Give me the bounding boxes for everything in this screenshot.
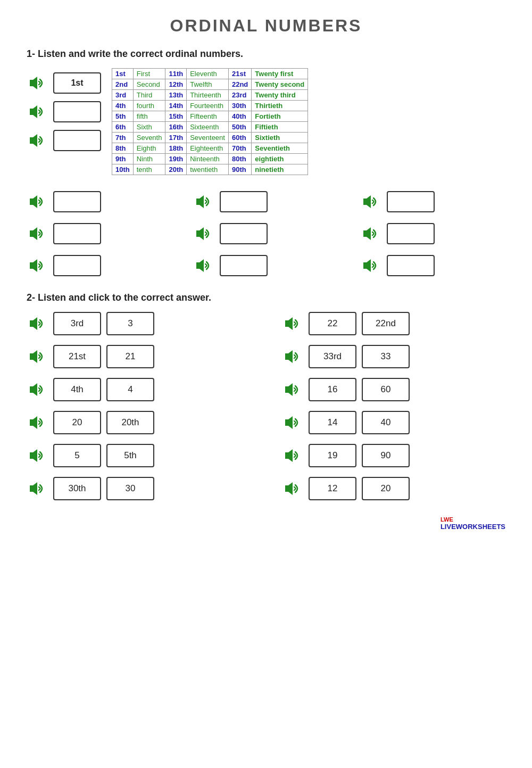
grid-speaker-8[interactable] — [193, 256, 214, 275]
sec2-speaker-left-5[interactable] — [27, 446, 48, 465]
sec2-speaker-right-2[interactable] — [282, 347, 303, 366]
sec2-left-b-1[interactable]: 3 — [106, 312, 154, 335]
sec2-left-row-5: 55th — [27, 444, 250, 467]
sec2-left-row-2: 21st21 — [27, 345, 250, 368]
sec2-left-a-6[interactable]: 30th — [53, 477, 101, 500]
sec2-speaker-left-6[interactable] — [27, 479, 48, 498]
sec2-right-a-2[interactable]: 33rd — [309, 345, 356, 368]
section1-top: 1st 1stFirst11thEleventh21stTwenty first… — [27, 68, 505, 175]
lw-logo-red: LWELIVEWORKSHEETS — [440, 516, 505, 531]
sec2-right-row-1: 2222nd — [282, 312, 505, 335]
input-box-3[interactable] — [53, 130, 101, 151]
grid-input-3[interactable] — [387, 191, 435, 212]
sec2-left-row-3: 4th4 — [27, 378, 250, 401]
section1-label: 1- Listen and write the correct ordinal … — [27, 48, 505, 60]
sec2-left-b-4[interactable]: 20th — [106, 411, 154, 434]
reference-table: 1stFirst11thEleventh21stTwenty first2ndS… — [112, 68, 308, 175]
speaker-2[interactable] — [27, 102, 48, 121]
sec2-speaker-right-3[interactable] — [282, 380, 303, 399]
grid-input-9[interactable] — [387, 255, 435, 276]
sec2-right-b-5[interactable]: 90 — [362, 444, 410, 467]
grid-listen-row-2 — [193, 191, 338, 212]
sec2-left-b-3[interactable]: 4 — [106, 378, 154, 401]
sec2-right-row-3: 1660 — [282, 378, 505, 401]
sec2-left-b-5[interactable]: 5th — [106, 444, 154, 467]
sec2-speaker-left-3[interactable] — [27, 380, 48, 399]
sec2-left-b-2[interactable]: 21 — [106, 345, 154, 368]
sec2-speaker-right-6[interactable] — [282, 479, 303, 498]
sec2-right-row-5: 1990 — [282, 444, 505, 467]
grid-input-1[interactable] — [53, 191, 101, 212]
section1-grid — [27, 191, 505, 276]
sec2-right-b-6[interactable]: 20 — [362, 477, 410, 500]
sec2-speaker-left-1[interactable] — [27, 314, 48, 333]
sec2-right-b-4[interactable]: 40 — [362, 411, 410, 434]
grid-listen-row-3 — [360, 191, 505, 212]
sec2-right-b-2[interactable]: 33 — [362, 345, 410, 368]
sec2-right-row-4: 1440 — [282, 411, 505, 434]
grid-input-2[interactable] — [220, 191, 268, 212]
sec2-left-b-6[interactable]: 30 — [106, 477, 154, 500]
grid-speaker-4[interactable] — [27, 224, 48, 243]
sec2-speaker-right-1[interactable] — [282, 314, 303, 333]
sec2-left-row-4: 2020th — [27, 411, 250, 434]
grid-input-6[interactable] — [387, 223, 435, 244]
sec2-right-a-3[interactable]: 16 — [309, 378, 356, 401]
grid-speaker-9[interactable] — [360, 256, 381, 275]
grid-listen-row-7 — [27, 255, 172, 276]
grid-listen-row-9 — [360, 255, 505, 276]
section2-grid: 3rd32222nd21st2133rd334th416602020th1440… — [27, 312, 505, 500]
listen-row-3 — [27, 130, 101, 151]
sec2-right-a-5[interactable]: 19 — [309, 444, 356, 467]
grid-listen-row-6 — [360, 223, 505, 244]
sec2-right-b-3[interactable]: 60 — [362, 378, 410, 401]
sec2-left-a-2[interactable]: 21st — [53, 345, 101, 368]
grid-speaker-6[interactable] — [360, 224, 381, 243]
sec2-left-a-1[interactable]: 3rd — [53, 312, 101, 335]
sec2-speaker-right-4[interactable] — [282, 413, 303, 432]
grid-speaker-2[interactable] — [193, 192, 214, 211]
lw-logo-blue: LIVEWORKSHEETS — [440, 523, 505, 531]
grid-input-8[interactable] — [220, 255, 268, 276]
section2-label: 2- Listen and click to the correct answe… — [27, 292, 505, 303]
speaker-3[interactable] — [27, 131, 48, 150]
grid-input-4[interactable] — [53, 223, 101, 244]
sec2-speaker-left-2[interactable] — [27, 347, 48, 366]
grid-speaker-7[interactable] — [27, 256, 48, 275]
speaker-1[interactable] — [27, 73, 48, 93]
footer: LWELIVEWORKSHEETS — [27, 516, 505, 531]
grid-input-5[interactable] — [220, 223, 268, 244]
sec2-right-row-2: 33rd33 — [282, 345, 505, 368]
listen-inputs-left: 1st — [27, 72, 101, 151]
page-title: ORDINAL NUMBERS — [27, 16, 505, 36]
sec2-right-row-6: 1220 — [282, 477, 505, 500]
sec2-right-a-1[interactable]: 22 — [309, 312, 356, 335]
input-box-2[interactable] — [53, 101, 101, 122]
sec2-left-a-4[interactable]: 20 — [53, 411, 101, 434]
listen-row-2 — [27, 101, 101, 122]
sec2-right-a-6[interactable]: 12 — [309, 477, 356, 500]
grid-listen-row-4 — [27, 223, 172, 244]
sec2-left-a-5[interactable]: 5 — [53, 444, 101, 467]
grid-speaker-5[interactable] — [193, 224, 214, 243]
grid-listen-row-8 — [193, 255, 338, 276]
sec2-left-row-1: 3rd3 — [27, 312, 250, 335]
grid-listen-row-5 — [193, 223, 338, 244]
listen-row-1: 1st — [27, 72, 101, 94]
sec2-right-b-1[interactable]: 22nd — [362, 312, 410, 335]
grid-input-7[interactable] — [53, 255, 101, 276]
grid-listen-row-1 — [27, 191, 172, 212]
sec2-left-a-3[interactable]: 4th — [53, 378, 101, 401]
grid-speaker-3[interactable] — [360, 192, 381, 211]
input-box-1[interactable]: 1st — [53, 72, 101, 94]
sec2-speaker-right-5[interactable] — [282, 446, 303, 465]
sec2-speaker-left-4[interactable] — [27, 413, 48, 432]
sec2-left-row-6: 30th30 — [27, 477, 250, 500]
grid-speaker-1[interactable] — [27, 192, 48, 211]
sec2-right-a-4[interactable]: 14 — [309, 411, 356, 434]
